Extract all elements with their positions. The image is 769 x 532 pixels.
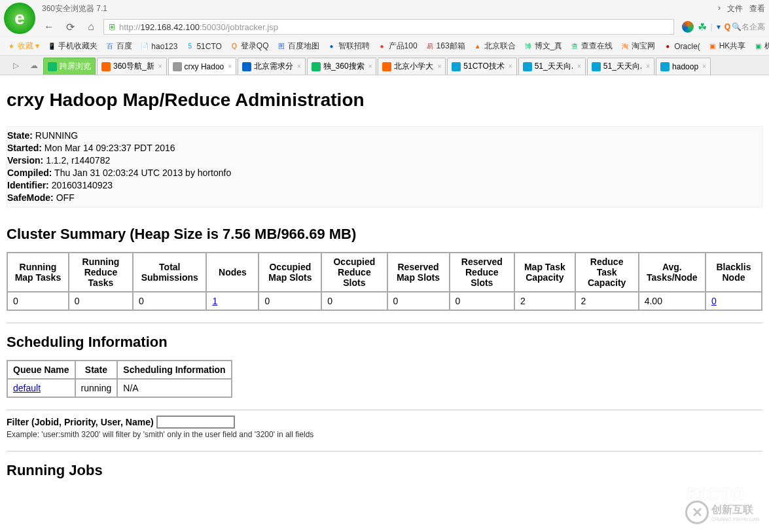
window-title: 360安全浏览器 7.1	[42, 3, 718, 14]
menu-file[interactable]: 文件	[727, 3, 743, 14]
column-header: Map Task Capacity	[514, 253, 575, 292]
nav-forward-icon[interactable]: ›	[718, 3, 721, 14]
reload-button[interactable]: ⟳	[62, 18, 79, 35]
cloud-icon[interactable]: ☁	[25, 56, 43, 75]
bookmark-item[interactable]: ▣HK共享	[708, 41, 746, 52]
cluster-summary-table: Running Map TasksRunning Reduce TasksTot…	[7, 252, 762, 311]
tab-favicon-icon	[382, 62, 391, 71]
tab-favicon-icon	[242, 62, 251, 71]
bookmark-item[interactable]: ▣机	[753, 41, 769, 52]
security-shield-icon: ⛨	[108, 22, 116, 32]
bookmark-item[interactable]: 淘淘宝网	[620, 41, 655, 52]
tab[interactable]: 51CTO技术 ×	[447, 58, 516, 75]
bookmark-icon: ▲	[473, 42, 482, 51]
bookmark-item[interactable]: 📄hao123	[140, 42, 177, 51]
close-icon[interactable]: ×	[646, 63, 650, 70]
tab[interactable]: 北京需求分 ×	[238, 58, 306, 75]
tab[interactable]: 360导航_新 ×	[97, 58, 167, 75]
browser-logo: e	[4, 3, 35, 34]
search-box[interactable]: Q🔍 名企高	[724, 22, 765, 33]
bookmark-icon: 博	[524, 42, 533, 51]
bookmark-item[interactable]: Q登录QQ	[230, 41, 269, 52]
bookmark-icon: 易	[425, 42, 435, 51]
bookmark-icon: ●	[663, 42, 672, 51]
tab-favicon-icon	[312, 62, 321, 71]
tab[interactable]: 北京小学大 ×	[378, 58, 446, 75]
cluster-link[interactable]: 1	[212, 296, 217, 306]
tab-favicon-icon	[592, 62, 601, 71]
column-header: Reduce Task Capacity	[575, 253, 639, 292]
column-header: Running Reduce Tasks	[69, 253, 133, 292]
bookmark-icon: 查	[570, 42, 579, 51]
bookmark-item[interactable]: ▲北京联合	[473, 41, 516, 52]
filter-input[interactable]	[156, 416, 235, 429]
toolbar-right-icons: ☘ | ▾ Q🔍 名企高	[682, 21, 769, 33]
bookmark-item[interactable]: ●产品100	[378, 41, 418, 52]
column-header: Nodes	[206, 253, 259, 292]
column-header: Scheduling Information	[117, 361, 231, 379]
bookmark-item[interactable]: 📱手机收藏夹	[47, 41, 98, 52]
divider	[7, 323, 762, 323]
close-icon[interactable]: ×	[297, 63, 301, 70]
play-icon[interactable]: ▷	[7, 56, 25, 75]
queue-default-link[interactable]: default	[13, 383, 41, 393]
tab[interactable]: 跨屏浏览	[43, 58, 96, 75]
leaf-icon[interactable]: ☘	[698, 21, 707, 33]
bookmark-icon: ●	[378, 42, 387, 51]
close-icon[interactable]: ×	[368, 63, 372, 70]
tab-favicon-icon	[452, 62, 461, 71]
close-icon[interactable]: ×	[158, 63, 162, 70]
menu-view[interactable]: 查看	[749, 3, 765, 14]
column-header: Total Submissions	[133, 253, 206, 292]
tab[interactable]: 51_天天向. ×	[518, 58, 586, 75]
bookmark-item[interactable]: ●智联招聘	[327, 41, 370, 52]
close-icon[interactable]: ×	[437, 63, 441, 70]
bookmark-icon: ▣	[753, 42, 762, 51]
tab-favicon-icon	[48, 62, 57, 71]
bookmark-item[interactable]: 551CTO	[185, 42, 221, 51]
bookmark-icon: ●	[327, 42, 336, 51]
tab[interactable]: 独_360搜索 ×	[307, 58, 377, 75]
running-jobs-heading: Running Jobs	[7, 462, 762, 479]
column-header: Occupied Reduce Slots	[321, 253, 387, 292]
address-bar[interactable]: ⛨ http://192.168.42.100:50030/jobtracker…	[103, 19, 674, 35]
bookmark-icon: Q	[230, 42, 239, 51]
divider	[7, 410, 762, 410]
close-icon[interactable]: ×	[702, 63, 706, 70]
close-icon[interactable]: ×	[509, 63, 512, 70]
home-button[interactable]: ⌂	[82, 18, 99, 35]
close-icon[interactable]: ×	[577, 63, 581, 70]
cluster-link[interactable]: 0	[711, 296, 717, 306]
bookmark-item[interactable]: ●Oracle(	[663, 42, 700, 51]
table-row: 00010000224.000	[7, 292, 762, 310]
column-header: Running Map Tasks	[7, 253, 69, 292]
bookmarks-bar: ★收藏 ▾📱手机收藏夹百百度📄hao123551CTOQ登录QQ图百度地图●智联…	[0, 37, 769, 55]
bookmark-item[interactable]: 图百度地图	[277, 41, 319, 52]
bookmark-item[interactable]: 查查查在线	[570, 41, 613, 52]
bookmark-item[interactable]: 百百度	[105, 41, 132, 52]
app-icon[interactable]	[682, 21, 694, 33]
close-icon[interactable]: ×	[228, 63, 232, 70]
bookmark-icon: ▣	[708, 42, 717, 51]
bookmark-item[interactable]: 博博文_真	[524, 41, 563, 52]
bookmark-item[interactable]: 易163邮箱	[425, 41, 465, 52]
column-header: Blacklis Node	[706, 253, 762, 292]
tab-favicon-icon	[173, 62, 182, 71]
tabs-bar: ▷ ☁ 跨屏浏览360导航_新 ×crxy Hadoo ×北京需求分 ×独_36…	[0, 55, 769, 75]
tab[interactable]: 51_天天向. ×	[587, 58, 654, 75]
bookmark-icon: 淘	[620, 42, 630, 51]
column-header: Occupied Map Slots	[259, 253, 321, 292]
bookmark-item[interactable]: ★收藏 ▾	[7, 41, 39, 52]
back-button[interactable]: ←	[41, 18, 58, 35]
column-header: State	[75, 361, 118, 379]
separator: |	[711, 22, 713, 31]
tab-favicon-icon	[101, 62, 111, 71]
bookmark-icon: 百	[105, 42, 115, 51]
page-title: crxy Hadoop Map/Reduce Administration	[7, 90, 762, 111]
dropdown-icon[interactable]: ▾	[717, 22, 721, 31]
column-header: Queue Name	[7, 361, 75, 379]
filter-row: Filter (Jobid, Priority, User, Name)	[7, 416, 762, 429]
tab[interactable]: crxy Hadoo ×	[168, 58, 237, 75]
scheduling-table: Queue NameStateScheduling Information de…	[7, 360, 232, 398]
tab[interactable]: hadoop ×	[656, 58, 711, 75]
